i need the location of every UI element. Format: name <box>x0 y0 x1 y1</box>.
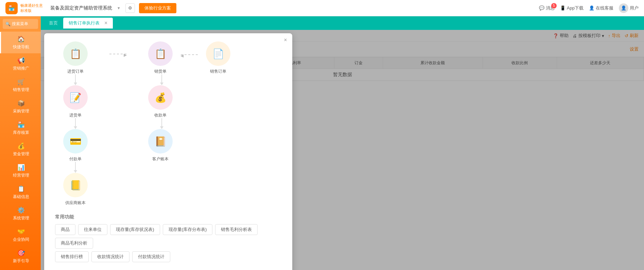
func-btn-5[interactable]: 商品毛利分析 <box>55 238 93 249</box>
search-icon: 🔍 <box>5 22 11 26</box>
sidebar-item-finance[interactable]: 💰 资金管理 <box>0 139 41 160</box>
tab-home[interactable]: 首页 <box>43 18 63 29</box>
tab-close-icon[interactable]: × <box>104 20 107 26</box>
system-title: 装备及固定资产辅助管理系统 <box>50 5 112 11</box>
sidebar-item-purchase[interactable]: 📦 采购管理 <box>0 96 41 118</box>
v-arrow-5 <box>160 118 163 129</box>
v-arrow-2 <box>74 118 77 129</box>
right-flow-col: 📋 销货单 ◀ 📄 销售订单 <box>140 41 239 162</box>
content-area: 首页 销售订单执行表 × ❓ 帮助 🖨 按模板打印 <box>41 16 644 270</box>
customer-ledger-icon: 📔 <box>148 129 173 154</box>
top-bar-right: 💬 消息 5 📱 App下载 👤 在线客服 👤 用户 <box>539 3 639 13</box>
modal-close-button[interactable]: × <box>281 36 290 44</box>
settings-icon[interactable]: ⚙ <box>125 3 135 13</box>
service-icon: 👤 <box>589 5 594 11</box>
enterprise-icon: 🤝 <box>17 228 25 235</box>
func-btn-4[interactable]: 销售毛利分析表 <box>215 224 258 235</box>
purchase-receipt-label: 进货单 <box>69 112 82 118</box>
purchase-order-label: 进货订单 <box>67 69 84 74</box>
system-icon: ⚙️ <box>17 206 25 214</box>
sidebar-item-basic-info[interactable]: 📋 基础信息 <box>0 182 41 203</box>
sales-order-icon: 📄 <box>206 41 230 66</box>
modal: × 📋 进货订单 <box>44 33 292 270</box>
sidebar-item-system[interactable]: ⚙️ 系统管理 <box>0 203 41 224</box>
basic-info-icon: 📋 <box>17 185 25 193</box>
quick-nav-icon: 🏠 <box>17 35 25 43</box>
supplier-ledger-label: 供应商账本 <box>65 200 86 206</box>
sidebar-item-guide[interactable]: 🎯 新手引导 <box>0 246 41 267</box>
tab-sales-order-exec[interactable]: 销售订单执行表 × <box>63 18 113 29</box>
top-bar-left: 🏪 畅康通好生意 标准版 装备及固定资产辅助管理系统 ▾ ⚙ 体验行业方案 <box>5 2 176 14</box>
purchase-order-icon: 📋 <box>63 41 88 66</box>
left-flow-col: 📋 进货订单 <box>55 41 96 206</box>
dashed-arrow-right: ▶ <box>109 54 126 54</box>
logo-area: 🏪 畅康通好生意 标准版 <box>5 2 46 14</box>
guide-icon: 🎯 <box>17 249 25 257</box>
func-btn-3[interactable]: 现存量(库存分布表) <box>163 224 213 235</box>
sales-icon: 🛒 <box>17 78 25 86</box>
common-functions: 常用功能 商品 往来单位 现存量(库存状况表) 现存量(库存分布表) 销售毛利分… <box>55 214 281 262</box>
finance-icon: 💰 <box>17 142 25 150</box>
sales-order-label: 销售订单 <box>210 69 226 74</box>
page-content: ❓ 帮助 🖨 按模板打印 ▾ ↑ 导出 ↺ 刷新 <box>41 30 644 270</box>
marketing-icon: 📢 <box>17 57 25 64</box>
message-btn[interactable]: 💬 消息 5 <box>539 5 555 11</box>
func-btn-7[interactable]: 收款情况统计 <box>91 251 129 262</box>
sidebar-item-quick-nav[interactable]: 🏠 快捷导航 <box>0 32 41 53</box>
trial-button[interactable]: 体验行业方案 <box>139 3 176 13</box>
app-download-btn[interactable]: 📱 App下载 <box>560 5 584 11</box>
common-functions-title: 常用功能 <box>55 214 281 220</box>
sidebar-item-sales[interactable]: 🛒 销售管理 <box>0 75 41 96</box>
receipt-label: 收款单 <box>154 112 167 118</box>
dashed-arrow-left: ◀ <box>181 54 198 55</box>
sidebar-item-marketing[interactable]: 📢 营销推广 <box>0 53 41 75</box>
payment-node: 💳 付款单 <box>55 129 96 162</box>
customer-ledger-label: 客户账本 <box>152 156 169 162</box>
receipt-node: 💰 收款单 <box>140 85 181 118</box>
purchase-icon: 📦 <box>17 100 25 107</box>
message-badge: 5 <box>551 3 557 8</box>
func-btn-1[interactable]: 往来单位 <box>78 224 107 235</box>
sidebar-search: 🔍 搜索菜单 <box>0 16 41 32</box>
func-btn-0[interactable]: 商品 <box>55 224 75 235</box>
func-buttons-row1: 商品 往来单位 现存量(库存状况表) 现存量(库存分布表) 销售毛利分析表 商品… <box>55 224 281 249</box>
app-container: 🏪 畅康通好生意 标准版 装备及固定资产辅助管理系统 ▾ ⚙ 体验行业方案 💬 … <box>0 0 644 270</box>
supplier-ledger-icon: 📒 <box>63 173 88 197</box>
receipt-icon: 💰 <box>148 85 173 110</box>
modal-overlay: × 📋 进货订单 <box>41 30 644 270</box>
user-area[interactable]: 👤 用户 <box>619 3 639 13</box>
func-btn-8[interactable]: 付款情况统计 <box>132 251 170 262</box>
sales-receipt-label: 销货单 <box>154 69 167 74</box>
func-btn-6[interactable]: 销售排行榜 <box>55 251 89 262</box>
logo-text: 畅康通好生意 标准版 <box>20 3 43 13</box>
main-layout: 🔍 搜索菜单 🏠 快捷导航 📢 营销推广 🛒 销售管理 📦 采购管理 <box>0 16 644 270</box>
sidebar-item-inventory[interactable]: 🏪 库存核算 <box>0 118 41 139</box>
online-service-btn[interactable]: 👤 在线客服 <box>589 5 613 11</box>
sales-receipt-icon: 📋 <box>148 41 173 66</box>
func-btn-2[interactable]: 现存量(库存状况表) <box>110 224 160 235</box>
sidebar-item-enterprise[interactable]: 🤝 企业协同 <box>0 224 41 246</box>
sales-receipt-node: 📋 销货单 <box>140 41 181 74</box>
operations-icon: 📊 <box>17 164 25 171</box>
purchase-receipt-icon: 📝 <box>63 85 88 110</box>
inventory-icon: 🏪 <box>17 121 25 128</box>
func-buttons-row2: 销售排行榜 收款情况统计 付款情况统计 <box>55 251 281 262</box>
purchase-order-node: 📋 进货订单 <box>55 41 96 74</box>
search-menu-button[interactable]: 🔍 搜索菜单 <box>3 19 38 29</box>
h-arrow-container: ▶ <box>109 54 126 54</box>
payment-label: 付款单 <box>69 156 82 162</box>
v-arrow-3 <box>74 162 77 173</box>
logo-icon: 🏪 <box>5 2 18 14</box>
message-icon: 💬 <box>539 5 544 11</box>
sidebar-item-operations[interactable]: 📊 经营管理 <box>0 160 41 182</box>
payment-icon: 💳 <box>63 129 88 154</box>
customer-ledger-node: 📔 客户账本 <box>140 129 181 162</box>
top-bar: 🏪 畅康通好生意 标准版 装备及固定资产辅助管理系统 ▾ ⚙ 体验行业方案 💬 … <box>0 0 644 16</box>
purchase-receipt-node: 📝 进货单 <box>55 85 96 118</box>
flow-diagram: 📋 进货订单 <box>55 41 281 206</box>
download-icon: 📱 <box>560 5 565 11</box>
modal-body: 📋 进货订单 <box>44 33 292 270</box>
v-arrow-4 <box>160 74 163 85</box>
tab-bar: 首页 销售订单执行表 × <box>41 16 644 30</box>
v-arrow-1 <box>74 74 77 85</box>
